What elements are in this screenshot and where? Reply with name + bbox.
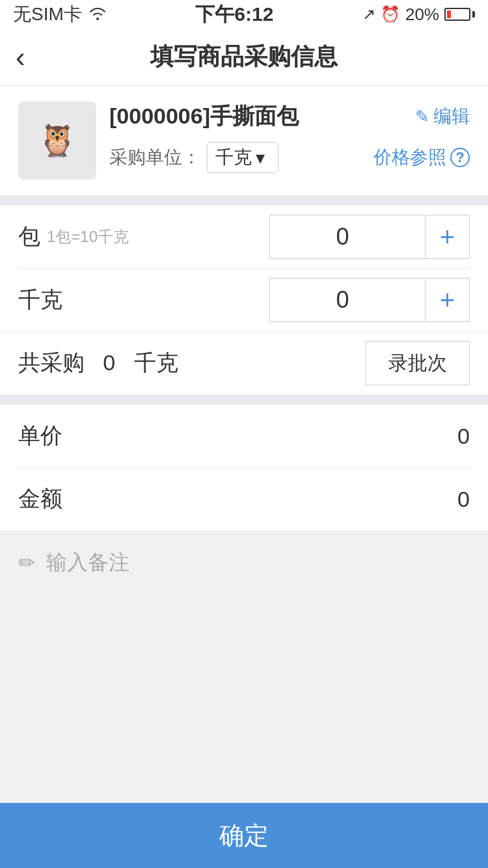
kg-input-control: + [269, 278, 470, 322]
input-section: 包 1包=10千克 + 千克 + [0, 206, 488, 331]
product-unit-row: 采购单位： 千克 ▾ 价格参照 ? [109, 142, 470, 173]
wifi-icon [88, 4, 107, 25]
page-title: 填写商品采购信息 [150, 41, 338, 73]
product-info: [0000006]手撕面包 ✎ 编辑 采购单位： 千克 ▾ 价格参照 ? [109, 102, 470, 173]
total-section: 共采购 0 千克 录批次 [0, 332, 488, 394]
price-section: 单价 0 金额 0 [0, 405, 488, 530]
price-ref-icon: ? [450, 148, 470, 167]
amount-row: 金额 0 [0, 468, 488, 530]
product-image: 🦉 [18, 102, 96, 180]
kg-input-row: 千克 + [0, 269, 488, 331]
package-label: 包 [18, 222, 40, 252]
status-left: 无SIM卡 [13, 2, 107, 27]
battery-icon [444, 8, 475, 21]
kg-plus-button[interactable]: + [426, 278, 470, 322]
alarm-icon: ⏰ [381, 5, 400, 23]
nav-bar: ‹ 填写商品采购信息 [0, 29, 488, 86]
package-plus-button[interactable]: + [426, 215, 470, 259]
unit-select[interactable]: 千克 ▾ [207, 142, 278, 173]
product-title-row: [0000006]手撕面包 ✎ 编辑 [109, 102, 470, 131]
battery-percent: 20% [405, 5, 439, 25]
package-input-control: + [269, 215, 470, 259]
pencil-icon: ✏ [18, 550, 36, 575]
section-divider-2 [0, 394, 488, 405]
confirm-button[interactable]: 确定 [0, 803, 488, 868]
package-sublabel: 1包=10千克 [47, 226, 269, 247]
unit-price-row: 单价 0 [0, 405, 488, 467]
content-area [0, 595, 488, 791]
section-divider-1 [0, 195, 488, 206]
total-label: 共采购 0 千克 [18, 348, 178, 378]
kg-label: 千克 [18, 285, 62, 315]
location-icon: ↗ [362, 5, 375, 23]
package-input-row: 包 1包=10千克 + [0, 206, 488, 268]
kg-input[interactable] [269, 278, 426, 322]
package-input[interactable] [269, 215, 426, 259]
back-button[interactable]: ‹ [16, 43, 25, 72]
batch-button[interactable]: 录批次 [366, 341, 470, 385]
unit-label: 采购单位： 千克 ▾ [109, 142, 278, 173]
unit-price-label: 单价 [18, 421, 62, 451]
product-logo: 🦉 [38, 125, 77, 156]
edit-button[interactable]: ✎ 编辑 [415, 104, 470, 129]
amount-value: 0 [457, 487, 470, 512]
carrier-label: 无SIM卡 [13, 2, 82, 27]
status-bar: 无SIM卡 下午6:12 ↗ ⏰ 20% [0, 0, 488, 29]
status-time: 下午6:12 [195, 1, 273, 28]
edit-icon: ✎ [415, 107, 429, 127]
unit-price-value: 0 [457, 424, 470, 449]
remark-placeholder: 输入备注 [46, 549, 129, 577]
remark-section[interactable]: ✏ 输入备注 [0, 530, 488, 595]
dropdown-icon: ▾ [256, 147, 265, 169]
amount-label: 金额 [18, 484, 62, 514]
product-card: 🦉 [0000006]手撕面包 ✎ 编辑 采购单位： 千克 ▾ 价格参照 ? [0, 86, 488, 195]
price-ref-button[interactable]: 价格参照 ? [373, 145, 470, 170]
status-right: ↗ ⏰ 20% [362, 5, 475, 25]
product-name: [0000006]手撕面包 [109, 102, 299, 131]
